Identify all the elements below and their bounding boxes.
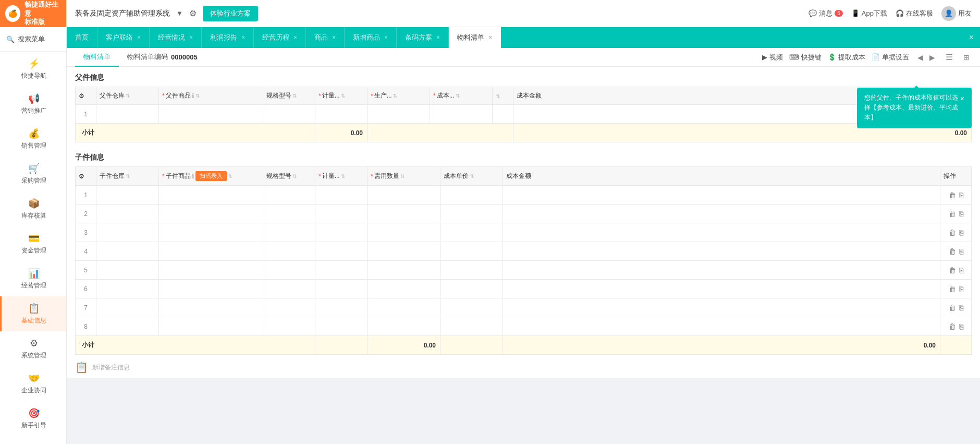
parent-cell-production-1[interactable] xyxy=(368,105,430,124)
scan-button[interactable]: 扫码录入 xyxy=(195,171,227,181)
sidebar-item-purchase[interactable]: 🛒 采购管理 xyxy=(0,157,66,191)
next-button[interactable]: ▶ xyxy=(927,52,937,63)
copy-icon-1[interactable]: ⎘ xyxy=(959,191,963,199)
child-cell-unit-cost-8[interactable] xyxy=(440,317,503,336)
child-cell-spec-2[interactable] xyxy=(263,205,315,223)
tab-customer[interactable]: 客户联络 × xyxy=(97,27,150,48)
sidebar-item-sales[interactable]: 💰 销售管理 xyxy=(0,122,66,157)
child-cell-unit-cost-3[interactable] xyxy=(440,223,503,242)
trial-button[interactable]: 体验行业方案 xyxy=(203,6,258,21)
child-cell-warehouse-7[interactable] xyxy=(96,298,159,317)
child-cell-unit-cost-2[interactable] xyxy=(440,205,503,223)
search-menu-button[interactable]: 🔍 搜索菜单 xyxy=(4,32,62,46)
parent-cell-warehouse-1[interactable] xyxy=(96,105,159,124)
child-cell-goods-5[interactable] xyxy=(159,261,263,280)
copy-icon-4[interactable]: ⎘ xyxy=(959,247,963,256)
parent-cell-goods-1[interactable] xyxy=(159,105,263,124)
child-cell-qty-unit-3[interactable] xyxy=(315,223,368,242)
child-cell-qty-unit-7[interactable] xyxy=(315,298,368,317)
child-cell-unit-cost-1[interactable] xyxy=(440,186,503,205)
child-cell-warehouse-1[interactable] xyxy=(96,186,159,205)
child-cell-qty-unit-4[interactable] xyxy=(315,242,368,261)
system-dropdown-icon[interactable]: ▼ xyxy=(176,9,183,17)
child-cell-spec-1[interactable] xyxy=(263,186,315,205)
parent-cell-cost-1[interactable] xyxy=(430,105,493,124)
delete-icon-4[interactable]: 🗑 xyxy=(949,247,956,256)
tab-close-new-goods[interactable]: × xyxy=(384,34,388,41)
shortcut-button[interactable]: ⌨ 快捷键 xyxy=(789,53,822,62)
child-cell-goods-4[interactable] xyxy=(159,242,263,261)
copy-icon-5[interactable]: ⎘ xyxy=(959,266,963,274)
child-cell-qty-unit-2[interactable] xyxy=(315,205,368,223)
child-cell-warehouse-6[interactable] xyxy=(96,280,159,298)
tab-close-goods[interactable]: × xyxy=(332,34,336,41)
child-cell-spec-8[interactable] xyxy=(263,317,315,336)
child-cell-spec-4[interactable] xyxy=(263,242,315,261)
child-cell-qty-needed-7[interactable] xyxy=(368,298,440,317)
online-service-button[interactable]: 🎧 在线客服 xyxy=(896,9,933,18)
sidebar-item-enterprise[interactable]: 🤝 企业协同 xyxy=(0,366,66,401)
child-cell-qty-needed-5[interactable] xyxy=(368,261,440,280)
sidebar-item-guide[interactable]: 🎯 新手引导 xyxy=(0,401,66,436)
delete-icon-1[interactable]: 🗑 xyxy=(949,191,956,199)
child-cell-cost-amount-2[interactable] xyxy=(503,205,940,223)
child-cell-qty-needed-8[interactable] xyxy=(368,317,440,336)
child-cell-goods-6[interactable] xyxy=(159,280,263,298)
copy-icon-3[interactable]: ⎘ xyxy=(959,229,963,237)
sidebar-item-system[interactable]: ⚙ 系统管理 xyxy=(0,331,66,366)
copy-icon-7[interactable]: ⎘ xyxy=(959,304,963,312)
extract-cost-button[interactable]: 💲 提取成本 xyxy=(828,53,865,62)
parent-cell-qty-1[interactable] xyxy=(315,105,368,124)
tab-barcode[interactable]: 条码方案 × xyxy=(397,27,449,48)
child-cell-qty-needed-3[interactable] xyxy=(368,223,440,242)
settings-icon[interactable]: ⚙ xyxy=(189,8,197,18)
parent-col-settings[interactable]: ⚙ xyxy=(76,87,96,105)
child-cell-unit-cost-4[interactable] xyxy=(440,242,503,261)
child-cell-goods-2[interactable] xyxy=(159,205,263,223)
child-cell-cost-amount-1[interactable] xyxy=(503,186,940,205)
sidebar-item-marketing[interactable]: 📢 营销推广 xyxy=(0,87,66,122)
tooltip-close-button[interactable]: × xyxy=(960,93,964,104)
tab-new-goods[interactable]: 新增商品 × xyxy=(345,27,397,48)
delete-icon-8[interactable]: 🗑 xyxy=(949,322,956,331)
child-cell-warehouse-5[interactable] xyxy=(96,261,159,280)
child-cell-warehouse-3[interactable] xyxy=(96,223,159,242)
tab-history[interactable]: 经营历程 × xyxy=(254,27,306,48)
tab-bom[interactable]: 物料清单 × xyxy=(449,27,501,48)
parent-cell-sort-1[interactable] xyxy=(493,105,513,124)
child-cell-unit-cost-5[interactable] xyxy=(440,261,503,280)
global-close-button[interactable]: × xyxy=(963,33,980,42)
child-cell-qty-needed-1[interactable] xyxy=(368,186,440,205)
sub-tab-bom-list[interactable]: 物料清单 xyxy=(75,48,119,67)
app-download-button[interactable]: 📱 App下载 xyxy=(851,9,887,18)
delete-icon-2[interactable]: 🗑 xyxy=(949,210,956,218)
delete-icon-6[interactable]: 🗑 xyxy=(949,285,956,293)
child-cell-cost-amount-7[interactable] xyxy=(503,298,940,317)
sidebar-item-finance[interactable]: 💳 资金管理 xyxy=(0,226,66,261)
child-cell-cost-amount-6[interactable] xyxy=(503,280,940,298)
view-video-button[interactable]: ▶ 视频 xyxy=(762,53,783,62)
delete-icon-3[interactable]: 🗑 xyxy=(949,229,956,237)
sidebar-item-basic-info[interactable]: 📋 基础信息 xyxy=(0,296,66,331)
child-cell-cost-amount-5[interactable] xyxy=(503,261,940,280)
message-button[interactable]: 💬 消息 6 xyxy=(808,9,843,18)
tab-goods[interactable]: 商品 × xyxy=(306,27,345,48)
child-col-settings[interactable]: ⚙ xyxy=(76,167,96,186)
child-cell-goods-7[interactable] xyxy=(159,298,263,317)
copy-icon-6[interactable]: ⎘ xyxy=(959,285,963,293)
child-cell-goods-3[interactable] xyxy=(159,223,263,242)
child-cell-qty-unit-1[interactable] xyxy=(315,186,368,205)
sidebar-item-quick-nav[interactable]: ⚡ 快捷导航 xyxy=(0,52,66,87)
tab-close-history[interactable]: × xyxy=(293,34,297,41)
child-cell-spec-7[interactable] xyxy=(263,298,315,317)
sidebar-item-inventory[interactable]: 📦 库存核算 xyxy=(0,191,66,226)
tab-operations[interactable]: 经营情况 × xyxy=(150,27,202,48)
copy-icon-8[interactable]: ⎘ xyxy=(959,322,963,331)
child-cell-qty-unit-8[interactable] xyxy=(315,317,368,336)
tab-home[interactable]: 首页 xyxy=(67,27,97,48)
tab-profit[interactable]: 利润报告 × xyxy=(202,27,254,48)
child-cell-qty-needed-4[interactable] xyxy=(368,242,440,261)
child-cell-qty-unit-6[interactable] xyxy=(315,280,368,298)
child-cell-qty-needed-6[interactable] xyxy=(368,280,440,298)
child-cell-spec-6[interactable] xyxy=(263,280,315,298)
